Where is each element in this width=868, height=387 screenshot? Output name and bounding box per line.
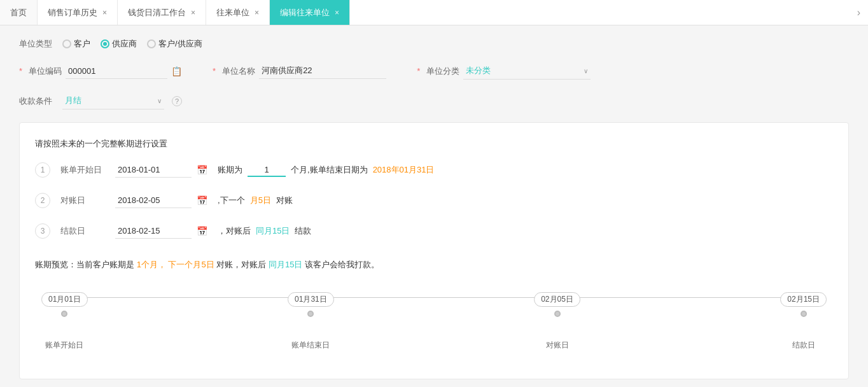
card-title: 请按照未来的一个完整帐期进行设置 (35, 138, 833, 150)
help-icon[interactable]: ? (172, 96, 182, 106)
tab-home[interactable]: 首页 (0, 0, 38, 25)
unit-name-field: * 单位名称 (213, 64, 386, 79)
step-1-value: 📅 账期为 个月,账单结束日期为 2018年01月31日 (115, 162, 434, 178)
tab-bar: 首页销售订单历史×钱货日清工作台×往来单位×编辑往来单位×› (0, 0, 868, 25)
step-2-calendar-icon[interactable]: 📅 (197, 195, 207, 206)
step-2-value: 📅 ,下一个 月5日 对账 (115, 193, 293, 208)
preview-end: 该客户会给我打款。 (305, 260, 379, 269)
step-3-date-input[interactable] (115, 223, 192, 239)
main-content: 单位类型 客户 供应商 客户/供应商 * 单位编码 📋 * 单位名称 (0, 25, 868, 387)
timeline-point-1: 01月31日账单结束日 (288, 292, 334, 351)
unit-code-input[interactable] (66, 64, 167, 79)
payment-condition-row: 收款条件 月结 ∨ ? (19, 92, 849, 109)
tab-cash-work[interactable]: 钱货日清工作台× (118, 0, 206, 25)
unit-code-star: * (19, 66, 22, 76)
unit-category-dropdown[interactable]: 未分类 ∨ (463, 62, 591, 80)
step-3-suffix-plain: ，对账后 (218, 225, 251, 237)
radio-label-customer: 客户 (74, 38, 90, 50)
timeline-wrapper: 01月01日账单开始日01月31日账单结束日02月05日对账日02月15日结款日 (35, 286, 833, 363)
radio-both[interactable]: 客户/供应商 (147, 38, 202, 50)
radio-circle-customer (62, 39, 71, 48)
unit-name-label: 单位名称 (222, 66, 255, 77)
tab-label-edit-partner: 编辑往来单位 (280, 7, 330, 18)
unit-category-value: 未分类 (466, 65, 581, 76)
unit-category-star: * (417, 66, 420, 76)
payment-dropdown-arrow-icon: ∨ (157, 97, 162, 104)
unit-code-icon[interactable]: 📋 (171, 66, 182, 76)
unit-type-row: 单位类型 客户 供应商 客户/供应商 (19, 38, 849, 50)
tab-label-cash-work: 钱货日清工作台 (128, 7, 186, 18)
unit-type-label: 单位类型 (19, 38, 52, 50)
timeline-point-0: 01月01日账单开始日 (41, 292, 88, 351)
unit-category-field: * 单位分类 未分类 ∨ (417, 62, 591, 80)
timeline-dot-3 (801, 311, 807, 317)
tab-close-sales-order[interactable]: × (102, 8, 107, 17)
preview-period: 1个月， (137, 260, 166, 269)
timeline-dot-1 (307, 311, 314, 317)
payment-condition-value: 月结 (65, 95, 155, 106)
step-1-row: 1 账单开始日 📅 账期为 个月,账单结束日期为 2018年01月31日 (35, 162, 833, 178)
step-2-number: 2 (35, 193, 50, 208)
tab-sales-order[interactable]: 销售订单历史× (38, 0, 118, 25)
payment-condition-dropdown[interactable]: 月结 ∨ (62, 92, 164, 109)
unit-type-radio-group: 客户 供应商 客户/供应商 (62, 38, 202, 50)
timeline-label-1: 账单结束日 (291, 340, 330, 351)
tab-close-cash-work[interactable]: × (191, 8, 195, 17)
radio-supplier[interactable]: 供应商 (101, 38, 137, 50)
unit-category-arrow-icon: ∨ (584, 67, 588, 74)
step-2-suffix-highlight: 月5日 (250, 195, 271, 206)
step-3-label: 结款日 (60, 225, 105, 237)
tab-close-partner-unit[interactable]: × (255, 8, 259, 17)
preview-section: 账期预览：当前客户账期是 1个月， 下一个月5日 对账，对账后 同月15日 该客… (35, 254, 833, 271)
timeline-label-2: 对账日 (546, 340, 569, 351)
unit-category-label: 单位分类 (426, 66, 459, 77)
radio-label-both: 客户/供应商 (158, 38, 202, 50)
step-1-calendar-icon[interactable]: 📅 (197, 165, 207, 175)
step-2-suffix-end: 对账 (276, 195, 293, 206)
step-1-number: 1 (35, 162, 50, 178)
step-1-date-input[interactable] (115, 162, 192, 178)
radio-circle-both (147, 39, 156, 48)
unit-name-input[interactable] (259, 64, 386, 79)
period-input[interactable] (248, 164, 286, 177)
step-3-suffix-highlight: 同月15日 (256, 225, 290, 237)
tab-label-home: 首页 (10, 7, 27, 18)
step-3-calendar-icon[interactable]: 📅 (197, 226, 207, 236)
step-3-suffix-end: 结款 (295, 225, 311, 237)
tab-label-sales-order: 销售订单历史 (48, 7, 97, 18)
tab-partner-unit[interactable]: 往来单位× (206, 0, 270, 25)
timeline-date-3: 02月15日 (780, 292, 827, 307)
tab-close-edit-partner[interactable]: × (335, 8, 339, 17)
radio-customer[interactable]: 客户 (62, 38, 90, 50)
step-3-row: 3 结款日 📅 ，对账后 同月15日 结款 (35, 223, 833, 239)
tab-edit-partner[interactable]: 编辑往来单位× (270, 0, 350, 25)
unit-code-field: * 单位编码 📋 (19, 64, 182, 79)
step-1-period-prefix: 账期为 (218, 164, 242, 176)
timeline-date-2: 02月05日 (534, 292, 580, 307)
step-3-value: 📅 ，对账后 同月15日 结款 (115, 223, 311, 239)
unit-name-star: * (213, 66, 216, 76)
step-2-label: 对账日 (60, 195, 105, 206)
step-2-row: 2 对账日 📅 ,下一个 月5日 对账 (35, 193, 833, 208)
step-1-period-suffix: 个月,账单结束日期为 (291, 164, 368, 176)
step-1-label: 账单开始日 (60, 164, 105, 176)
timeline-dot-2 (554, 311, 561, 317)
radio-circle-supplier (101, 39, 109, 48)
preview-reconcile: 下一个月5日 (168, 260, 214, 269)
timeline-point-2: 02月05日对账日 (534, 292, 580, 351)
preview-payment: 同月15日 (269, 260, 302, 269)
unit-code-label: 单位编码 (29, 66, 62, 77)
unit-info-row: * 单位编码 📋 * 单位名称 * 单位分类 未分类 ∨ (19, 62, 849, 80)
timeline-dot-0 (61, 311, 67, 317)
step-1-end-date: 2018年01月31日 (373, 164, 435, 176)
timeline: 01月01日账单开始日01月31日账单结束日02月05日对账日02月15日结款日 (41, 286, 827, 363)
timeline-date-0: 01月01日 (41, 292, 88, 307)
preview-mid: 对账，对账后 (216, 260, 266, 269)
radio-label-supplier: 供应商 (112, 38, 137, 50)
tab-more-button[interactable]: › (850, 0, 868, 25)
timeline-point-3: 02月15日结款日 (780, 292, 827, 351)
step-3-number: 3 (35, 223, 50, 239)
tab-label-partner-unit: 往来单位 (216, 7, 249, 18)
timeline-label-0: 账单开始日 (45, 340, 83, 351)
step-2-date-input[interactable] (115, 193, 192, 208)
